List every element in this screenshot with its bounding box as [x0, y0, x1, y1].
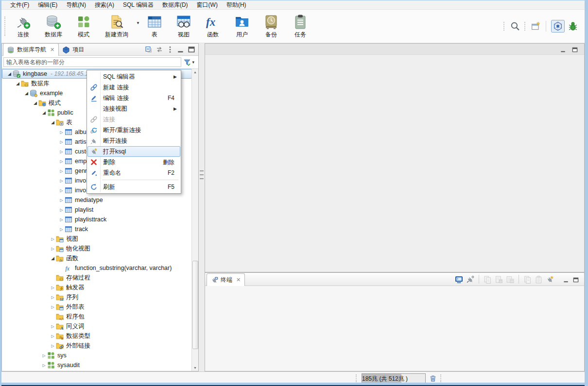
maximize-panel-button[interactable]	[188, 46, 195, 53]
context-menu-item-delete[interactable]: 删除删除	[87, 157, 180, 168]
collapse-all-button[interactable]	[145, 46, 153, 53]
new-window-button[interactable]	[531, 21, 541, 31]
open-ksql-button[interactable]	[546, 275, 554, 284]
context-menu-item-disconnect[interactable]: 断开连接	[87, 135, 180, 146]
scroll-up-button[interactable]: ▲	[192, 69, 198, 75]
minimize-editor-button[interactable]	[560, 46, 567, 52]
expand-arrow[interactable]: ▷	[50, 344, 56, 348]
tree-item-playlisttrack[interactable]: ▷playlisttrack	[2, 215, 192, 224]
tree-scrollbar[interactable]: ▲ ▼	[191, 69, 198, 371]
close-tab-icon[interactable]: ✕	[50, 47, 54, 53]
toolbar-button-new-database[interactable]: 数据库	[38, 13, 69, 40]
menubar-item-sql-editor[interactable]: SQL 编辑器	[119, 0, 157, 10]
tree-item-packages[interactable]: </>程序包	[2, 312, 192, 321]
terminal-body[interactable]	[205, 286, 584, 371]
expand-arrow[interactable]: ▷	[50, 334, 56, 338]
context-menu-item-sql-editor[interactable]: SQL 编辑器▶	[87, 71, 180, 82]
tree-item-playlist[interactable]: ▷playlist	[2, 205, 192, 215]
status-grip-left[interactable]	[356, 374, 358, 382]
expand-arrow[interactable]: ▷	[58, 150, 65, 154]
toolbar-button-connect[interactable]: 连接	[9, 13, 38, 40]
tree-item-sequences[interactable]: ▷12序列	[2, 292, 192, 302]
expand-arrow[interactable]: ▷	[58, 188, 65, 193]
expand-arrow[interactable]: ▷	[58, 169, 65, 173]
expand-arrow[interactable]: ◢	[6, 71, 13, 76]
menubar-item-database[interactable]: 数据库(D)	[158, 0, 192, 10]
tree-item-track[interactable]: ▷track	[2, 224, 192, 234]
gc-trash-button[interactable]	[429, 374, 437, 383]
table-filter-input[interactable]	[3, 57, 181, 67]
menubar-item-navigate[interactable]: 导航(N)	[62, 0, 90, 10]
expand-arrow[interactable]: ▷	[58, 218, 65, 222]
search-button[interactable]	[510, 21, 520, 31]
context-menu-item-new-connection[interactable]: 新建 连接	[87, 82, 180, 93]
toggle-connection-button[interactable]	[466, 275, 474, 284]
expand-arrow[interactable]: ▷	[41, 353, 47, 358]
toolbar-button-new-schema[interactable]: 模式	[69, 13, 98, 40]
expand-arrow[interactable]: ◢	[15, 81, 21, 86]
toolbar-button-users[interactable]: 用户	[227, 13, 257, 40]
toolbar-grip[interactable]	[4, 17, 7, 36]
scroll-thumb[interactable]	[192, 261, 198, 349]
maximize-editor-button[interactable]	[571, 46, 578, 52]
expand-arrow[interactable]: ◢	[32, 101, 38, 105]
expand-arrow[interactable]: ◢	[23, 91, 30, 96]
toolbar-button-new-function[interactable]: fx函数	[198, 13, 227, 40]
context-menu-item-connection-view[interactable]: 连接视图▶	[87, 103, 180, 114]
expand-arrow[interactable]: ▷	[50, 247, 56, 251]
context-menu-item-edit-connection[interactable]: 编辑 连接F4	[87, 93, 180, 103]
paste-button[interactable]	[535, 275, 543, 284]
tab-terminal[interactable]: 终端 ✕	[207, 273, 245, 286]
expand-arrow[interactable]: ▷	[58, 159, 65, 164]
tab-database-navigator[interactable]: 数据库导航✕	[3, 43, 59, 56]
expand-arrow[interactable]: ▷	[58, 198, 65, 202]
toolbar-button-tasks[interactable]: 任务	[286, 13, 315, 40]
expand-arrow[interactable]: ▷	[50, 295, 56, 300]
menubar-item-file[interactable]: 文件(F)	[6, 0, 33, 10]
tab-projects[interactable]: 项目	[59, 44, 88, 55]
tree-item-functions[interactable]: ◢fx函数	[2, 253, 192, 263]
menubar-item-search[interactable]: 搜索(A)	[91, 0, 118, 10]
status-grip-right[interactable]	[440, 374, 443, 382]
minimize-terminal-button[interactable]	[563, 276, 570, 283]
debug-button[interactable]	[568, 21, 578, 31]
toolbar-right-grip[interactable]	[503, 22, 506, 31]
expand-arrow[interactable]: ▷	[50, 285, 56, 290]
view-menu-button[interactable]	[166, 46, 174, 53]
expand-arrow[interactable]: ▷	[58, 140, 65, 144]
expand-arrow[interactable]: ◢	[41, 110, 47, 115]
toolbar-button-new-table[interactable]: 表	[140, 13, 169, 40]
tree-item-db-links[interactable]: ▷外部链接	[2, 341, 192, 351]
expand-arrow[interactable]: ▷	[50, 324, 56, 329]
copy-output-button[interactable]	[484, 275, 492, 284]
splitter-grip[interactable]	[200, 170, 204, 179]
tree-item-sysaudit[interactable]: ▷sysaudit	[2, 360, 192, 370]
menubar-item-edit[interactable]: 编辑(E)	[34, 0, 61, 10]
toolbar-right-grip2[interactable]	[524, 22, 527, 31]
link-with-editor-button[interactable]	[156, 46, 163, 53]
heap-status[interactable]: 185兆 (共 512兆 )	[362, 373, 426, 384]
expand-arrow[interactable]: ▷	[58, 227, 65, 232]
expand-arrow[interactable]: ▷	[50, 237, 56, 241]
toolbar-button-backup[interactable]: 备份	[257, 13, 286, 40]
tree-item-materialized-views[interactable]: ▷物化视图	[2, 244, 192, 253]
toolbar-button-new-query[interactable]: 新建查询	[98, 13, 135, 40]
save-output-button[interactable]	[495, 275, 503, 284]
menubar-item-window[interactable]: 窗口(W)	[193, 0, 222, 10]
expand-arrow[interactable]: ▷	[58, 130, 65, 134]
expand-arrow[interactable]: ◢	[50, 256, 56, 261]
maximize-terminal-button[interactable]	[572, 276, 579, 283]
menubar-item-help[interactable]: 帮助(H)	[223, 0, 250, 10]
context-menu-item-open-ksql[interactable]: 打开ksql	[87, 146, 180, 157]
tree-item-foreign-tables[interactable]: ▷外部表	[2, 302, 192, 312]
context-menu-item-rename[interactable]: 重命名F2	[87, 168, 180, 178]
context-menu-item-reconnect[interactable]: 断开/重新连接	[87, 125, 180, 135]
tree-item-data-types[interactable]: ▷数据类型	[2, 331, 192, 341]
tree-item-function-substring[interactable]: fxfunction_substring(varchar, varchar)	[2, 263, 192, 273]
panel-splitter[interactable]	[199, 43, 205, 371]
toolbar-button-new-view[interactable]: 视图	[169, 13, 198, 40]
close-terminal-tab-icon[interactable]: ✕	[236, 277, 241, 283]
toolbar-dropdown-caret[interactable]: ▼	[136, 21, 140, 25]
expand-arrow[interactable]: ◢	[50, 120, 56, 125]
tree-item-sys[interactable]: ▷sys	[2, 351, 192, 360]
